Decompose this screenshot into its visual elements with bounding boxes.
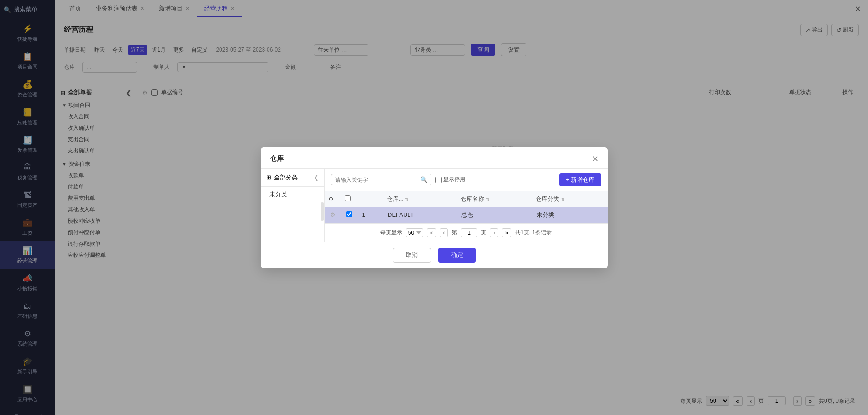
modal-left-collapse-icon[interactable]: ❮ [314,174,319,181]
modal-search-input[interactable] [335,177,417,183]
modal-toolbar: 🔍 显示停用 + 新增仓库 [325,169,608,191]
modal-pagination: 每页显示 50 « ‹ 第 页 › » 共1页, 1条记录 [325,223,608,242]
modal-left-header-label: 全部分类 [274,173,298,182]
modal-left-panel: ⊞ 全部分类 ❮ 未分类 [261,169,325,242]
modal-next-page-btn[interactable]: › [490,228,498,237]
show-disabled-checkbox-group: 显示停用 [435,176,465,184]
row-gear-icon: ⚙ [325,207,341,223]
row-check[interactable] [341,207,358,223]
row-category: 未分类 [532,207,607,223]
cancel-button[interactable]: 取消 [393,248,431,263]
modal-footer: 取消 确定 [261,242,608,268]
modal-col-category-header: 仓库分类 ⇅ [532,191,607,207]
modal-page-label: 第 [452,229,457,236]
modal-prev-page-btn[interactable]: ‹ [440,228,448,237]
modal-search-box[interactable]: 🔍 [331,174,431,185]
add-warehouse-button[interactable]: + 新增仓库 [559,173,601,186]
search-icon-modal: 🔍 [420,176,427,183]
modal-col-code-header: 仓库... ⇅ [383,191,457,207]
modal-col-check-header[interactable] [341,191,358,207]
modal-col-gear-header[interactable]: ⚙ [325,191,341,207]
modal-page-unit: 页 [481,229,486,236]
row-num: 1 [358,207,384,223]
show-disabled-checkbox[interactable] [435,177,442,183]
modal-right-panel: 🔍 显示停用 + 新增仓库 ⚙ 仓库... ⇅ 仓库名称 ⇅ [325,169,608,242]
modal-select-all[interactable] [345,195,351,201]
modal-left-header[interactable]: ⊞ 全部分类 ❮ [261,169,324,187]
row-checkbox[interactable] [346,211,352,217]
grid-icon-modal: ⊞ [266,174,271,181]
modal-table: ⚙ 仓库... ⇅ 仓库名称 ⇅ 仓库分类 ⇅ ⚙ 1 DEFAULT 总仓 未… [325,191,608,223]
row-code: DEFAULT [383,207,457,223]
modal-col-name-header: 仓库名称 ⇅ [457,191,532,207]
modal-body: ⊞ 全部分类 ❮ 未分类 🔍 [261,169,608,242]
confirm-button[interactable]: 确定 [438,248,476,263]
show-disabled-label: 显示停用 [443,176,465,184]
modal-per-page-select[interactable]: 50 [406,228,423,237]
modal-total-info: 共1页, 1条记录 [515,229,552,236]
modal-close-button[interactable]: ✕ [592,154,599,164]
modal-last-page-btn[interactable]: » [502,228,511,237]
modal-backdrop: 仓库 ✕ ⊞ 全部分类 ❮ 未分类 [0,0,868,415]
row-name: 总仓 [457,207,532,223]
modal-col-num-header [358,191,384,207]
modal-per-page-label: 每页显示 [380,229,402,236]
table-row[interactable]: ⚙ 1 DEFAULT 总仓 未分类 [325,207,608,223]
warehouse-modal: 仓库 ✕ ⊞ 全部分类 ❮ 未分类 [261,147,608,268]
modal-title: 仓库 [270,154,284,163]
modal-first-page-btn[interactable]: « [427,228,437,237]
modal-table-header-row: ⚙ 仓库... ⇅ 仓库名称 ⇅ 仓库分类 ⇅ [325,191,608,207]
modal-page-input[interactable] [461,228,477,237]
modal-left-item-uncategorized[interactable]: 未分类 [261,187,324,202]
uncategorized-label: 未分类 [269,191,287,198]
modal-header: 仓库 ✕ [261,147,608,169]
